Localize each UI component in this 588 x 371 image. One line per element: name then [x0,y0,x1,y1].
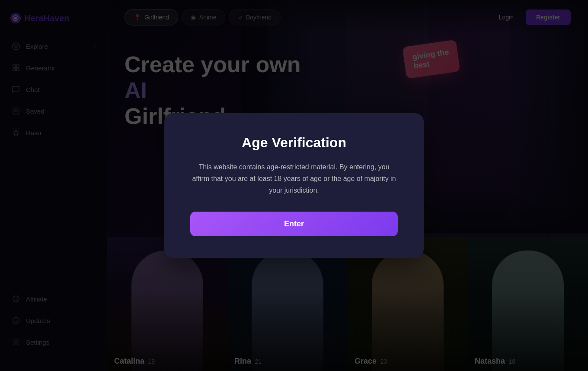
modal-body: This website contains age-restricted mat… [190,161,398,197]
modal-enter-button[interactable]: Enter [190,212,398,236]
modal-overlay: Age Verification This website contains a… [0,0,588,371]
modal-title: Age Verification [190,135,398,151]
age-verification-modal: Age Verification This website contains a… [164,113,424,258]
